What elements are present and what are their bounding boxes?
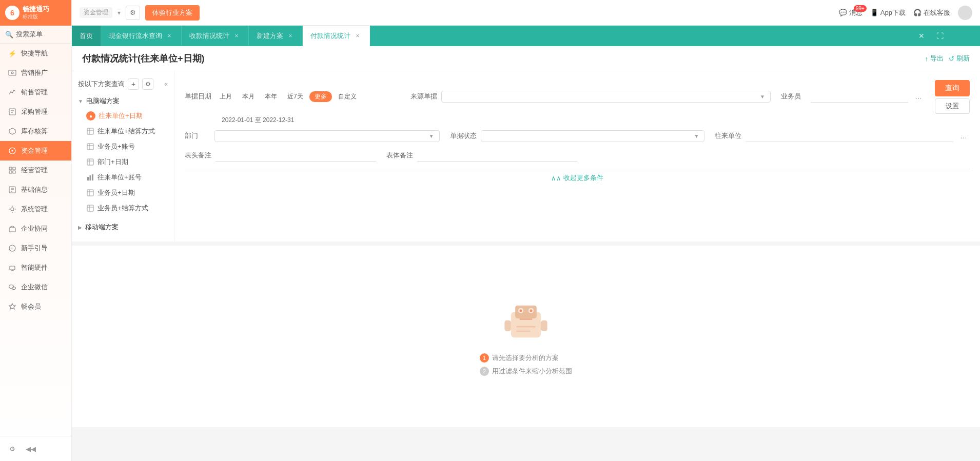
date-option-last-7-days[interactable]: 近7天 — [283, 91, 307, 102]
service-btn[interactable]: 🎧 在线客服 — [913, 8, 950, 17]
message-btn[interactable]: 💬 消息 99+ — [839, 8, 863, 17]
sidebar-settings-btn[interactable]: ⚙ — [5, 442, 19, 456]
app-download-btn[interactable]: 📱 App下载 — [870, 8, 906, 17]
scheme-item-salesman-account[interactable]: 业务员+账号 — [72, 139, 174, 154]
sidebar-item-sales[interactable]: 销售管理 — [0, 83, 71, 102]
sidebar-item-purchase[interactable]: 采购管理 — [0, 102, 71, 122]
sidebar-item-hardware[interactable]: 智能硬件 — [0, 258, 71, 277]
filter-panel: 按以下方案查询 + ⚙ « ▼ 电脑端方案 ● 往来单位+日期 — [72, 71, 980, 242]
svg-rect-35 — [92, 174, 93, 181]
sidebar-item-label: 库存核算 — [21, 127, 48, 136]
salesman-input[interactable] — [811, 90, 908, 103]
svg-rect-2 — [9, 109, 15, 115]
dept-select-arrow: ▼ — [429, 133, 434, 139]
date-option-this-month[interactable]: 本月 — [238, 91, 259, 102]
tab-new-scheme[interactable]: 新建方案 × — [249, 26, 303, 46]
scheme-collapse-icon[interactable]: « — [164, 81, 168, 88]
expand-tabs-btn[interactable]: ⛶ — [931, 26, 949, 46]
marketing-icon — [8, 68, 17, 77]
scheme-settings-btn[interactable]: ⚙ — [142, 78, 153, 90]
scheme-item-salesman-date[interactable]: 业务员+日期 — [72, 185, 174, 201]
date-option-more[interactable]: 更多 — [309, 91, 332, 102]
sidebar-item-basic-info[interactable]: 基础信息 — [0, 180, 71, 199]
tab-close-icon[interactable]: × — [165, 32, 173, 40]
tip-num-2: 2 — [480, 367, 489, 376]
sidebar-nav: ⚡ 快捷导航 营销推广 销售管理 采购管理 库存核算 — [0, 44, 71, 436]
sidebar-collapse-btn[interactable]: ◀◀ — [24, 442, 38, 456]
scheme-item-label: 部门+日期 — [97, 157, 128, 167]
sidebar-item-member[interactable]: 畅会员 — [0, 297, 71, 316]
date-options: 上月 本月 本年 近7天 更多 自定义 — [215, 91, 361, 102]
svg-marker-23 — [9, 304, 15, 309]
body-note-input[interactable] — [417, 149, 578, 162]
sidebar-item-label: 营销推广 — [21, 68, 48, 77]
unit-input[interactable] — [746, 130, 953, 142]
tab-close-icon[interactable]: × — [232, 32, 241, 40]
tab-close-icon[interactable]: × — [354, 32, 362, 40]
date-option-last-month[interactable]: 上月 — [215, 91, 236, 102]
sidebar-item-operation[interactable]: 经营管理 — [0, 161, 71, 180]
sidebar-item-label: 智能硬件 — [21, 263, 48, 272]
capital-icon — [8, 146, 17, 155]
svg-rect-30 — [87, 159, 93, 165]
sidebar-item-capital[interactable]: 资金管理 — [0, 141, 71, 161]
collapse-conditions-btn[interactable]: ∧∧ 收起更多条件 — [185, 169, 970, 187]
query-btn[interactable]: 查询 — [935, 80, 970, 96]
quick-nav-icon: ⚡ — [8, 49, 17, 58]
refresh-btn[interactable]: ↺ 刷新 — [949, 54, 970, 63]
sidebar-item-label: 经营管理 — [21, 166, 48, 175]
voucher-status-select[interactable]: ▼ — [481, 130, 705, 142]
tab-label: 新建方案 — [257, 31, 283, 41]
wechat-icon — [8, 283, 17, 292]
svg-rect-9 — [13, 171, 15, 173]
scheme-item-unit-account[interactable]: 往来单位+账号 — [72, 170, 174, 185]
scheme-item-dept-date[interactable]: 部门+日期 — [72, 154, 174, 170]
tab-home[interactable]: 首页 — [72, 26, 101, 46]
sidebar-item-quick-nav[interactable]: ⚡ 快捷导航 — [0, 44, 71, 63]
tab-bank-flow[interactable]: 现金银行流水查询 × — [101, 26, 182, 46]
scheme-group-label: 电脑端方案 — [86, 96, 120, 106]
close-all-tabs-btn[interactable]: ✕ — [912, 26, 931, 46]
svg-rect-43 — [515, 306, 537, 318]
tab-collection-stats[interactable]: 收款情况统计 × — [182, 26, 249, 46]
unit-ellipsis[interactable]: … — [957, 132, 970, 140]
sidebar-item-wechat[interactable]: 企业微信 — [0, 277, 71, 297]
empty-tip-2: 2 用过滤条件来缩小分析范围 — [480, 367, 572, 376]
tab-payment-stats[interactable]: 付款情况统计 × — [303, 26, 370, 46]
source-select[interactable]: ▼ — [441, 91, 771, 103]
export-btn[interactable]: ↑ 导出 — [925, 54, 944, 63]
scheme-item-unit-settle[interactable]: 往来单位+结算方式 — [72, 124, 174, 139]
scheme-item-salesman-settle[interactable]: 业务员+结算方式 — [72, 201, 174, 216]
scheme-sidebar-header: 按以下方案查询 + ⚙ « — [72, 76, 174, 92]
header-note-input[interactable] — [215, 149, 376, 162]
date-option-this-year[interactable]: 本年 — [261, 91, 281, 102]
scheme-item-unit-date[interactable]: ● 往来单位+日期 — [72, 108, 174, 124]
scheme-table-icon — [86, 189, 94, 197]
settings-btn[interactable]: 设置 — [935, 98, 970, 114]
sidebar-item-marketing[interactable]: 营销推广 — [0, 63, 71, 83]
sidebar-item-inventory[interactable]: 库存核算 — [0, 122, 71, 141]
hardware-icon — [8, 263, 17, 272]
scheme-add-btn[interactable]: + — [128, 78, 139, 90]
scheme-group-desktop-header[interactable]: ▼ 电脑端方案 — [72, 94, 174, 108]
dept-select[interactable]: ▼ — [214, 130, 440, 142]
topbar: 资金管理 ▾ ⚙ 体验行业方案 💬 消息 99+ 📱 App下载 🎧 在线客服 — [72, 0, 980, 26]
guide-icon: ? — [8, 244, 17, 253]
breadcrumb: 资金管理 — [80, 7, 112, 18]
date-option-custom[interactable]: 自定义 — [334, 91, 361, 102]
scheme-group-mobile-header[interactable]: ▶ 移动端方案 — [72, 220, 174, 234]
sidebar-item-system[interactable]: 系统管理 — [0, 199, 71, 219]
scheme-chart-icon — [86, 173, 94, 182]
filter-field-header-note: 表头备注 — [185, 149, 376, 162]
scheme-sidebar-label: 按以下方案查询 — [78, 79, 125, 89]
sidebar-item-enterprise[interactable]: 企业协同 — [0, 219, 71, 238]
scheme-sidebar: 按以下方案查询 + ⚙ « ▼ 电脑端方案 ● 往来单位+日期 — [72, 71, 174, 242]
user-avatar[interactable] — [958, 6, 972, 20]
search-menu[interactable]: 🔍 搜索菜单 — [0, 26, 71, 44]
sidebar-item-guide[interactable]: ? 新手引导 — [0, 238, 71, 258]
industry-btn[interactable]: 体验行业方案 — [145, 5, 200, 21]
gear-btn[interactable]: ⚙ — [126, 6, 140, 20]
filter-field-unit: 往来单位 … — [715, 130, 970, 142]
salesman-ellipsis[interactable]: … — [912, 92, 925, 101]
tab-close-icon[interactable]: × — [286, 32, 295, 40]
